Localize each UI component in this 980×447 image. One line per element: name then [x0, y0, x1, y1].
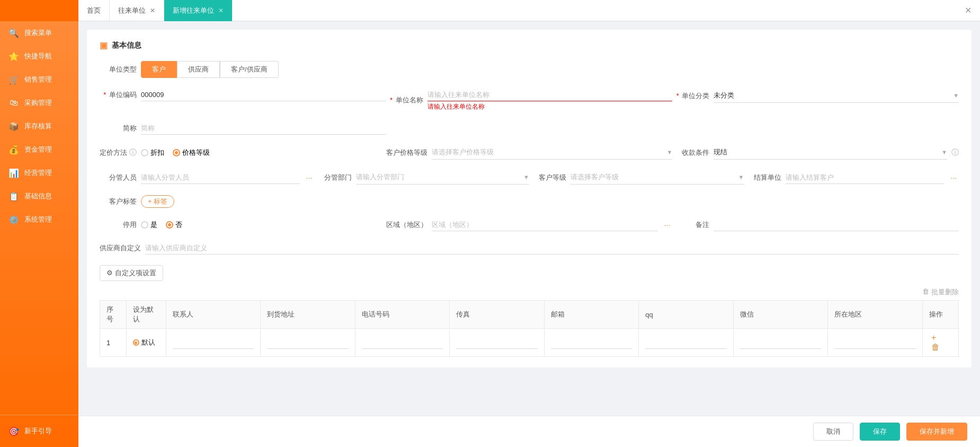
customer-tag-label: 客户标签	[100, 197, 137, 206]
email-input[interactable]	[551, 336, 632, 349]
pricing-method-label: 定价方法 ⓘ	[100, 148, 137, 157]
section-title: ▣ 基本信息	[100, 40, 959, 50]
region-input[interactable]	[432, 218, 658, 231]
cell-qq[interactable]	[639, 329, 734, 357]
tab-bar: 首页 往来单位 ✕ 新增往来单位 ✕ ✕	[78, 0, 980, 21]
unit-name-error: 请输入往来单位名称	[427, 102, 673, 111]
unit-category-select[interactable]: 未分类 ▼	[714, 89, 959, 103]
cell-contact[interactable]	[166, 329, 261, 357]
col-default: 设为默认	[126, 301, 166, 329]
col-region: 所在地区	[828, 301, 923, 329]
payment-terms-select[interactable]: 现结 ▼	[714, 145, 947, 160]
tab-new-partner[interactable]: 新增往来单位 ✕	[164, 0, 233, 21]
save-button[interactable]: 保存	[860, 423, 900, 441]
section-title-icon: ▣	[100, 40, 108, 50]
disable-no-circle	[166, 221, 173, 229]
unit-code-input[interactable]	[141, 89, 386, 101]
customer-level-label: 客户等级	[529, 173, 566, 182]
customer-price-level-select[interactable]: 请选择客户价格等级 ▼	[432, 145, 673, 160]
tab-partner-close[interactable]: ✕	[150, 7, 155, 14]
payment-help-icon[interactable]: ⓘ	[951, 148, 959, 157]
section-title-text: 基本信息	[112, 41, 141, 50]
unit-type-customer[interactable]: 客户	[141, 61, 177, 78]
cell-region[interactable]	[828, 329, 923, 357]
search-menu-icon: 🔍	[8, 28, 19, 38]
table-row: 1 默认	[100, 329, 959, 357]
qq-input[interactable]	[645, 336, 727, 349]
remark-input[interactable]	[714, 218, 959, 231]
region-more-btn[interactable]: ···	[662, 221, 673, 229]
fax-input[interactable]	[456, 336, 538, 349]
purchase-icon: 🛍	[8, 98, 19, 108]
unit-type-both[interactable]: 客户/供应商	[220, 61, 279, 78]
unit-type-supplier[interactable]: 供应商	[177, 61, 220, 78]
tab-new-partner-close[interactable]: ✕	[218, 7, 224, 14]
address-input[interactable]	[267, 336, 349, 349]
customer-price-level-field: 客户价格等级 请选择客户价格等级 ▼	[386, 145, 673, 160]
page-content: ▣ 基本信息 单位类型 客户 供应商 客户/供应商 *	[78, 21, 980, 416]
manager-input[interactable]	[141, 171, 300, 184]
manager-more-btn[interactable]: ···	[304, 173, 315, 182]
save-new-button[interactable]: 保存并新增	[906, 423, 967, 441]
settlement-unit-field: 结算单位 ···	[744, 171, 959, 184]
pricing-level[interactable]: 价格等级	[173, 148, 210, 157]
customer-price-level-label: 客户价格等级	[386, 148, 427, 157]
custom-settings-btn[interactable]: ⚙ 自定义项设置	[100, 265, 163, 281]
sidebar-item-label: 经营管理	[24, 168, 52, 178]
sidebar-item-label: 搜索菜单	[24, 28, 52, 38]
supplier-custom-input[interactable]	[145, 242, 959, 255]
sidebar-item-basic[interactable]: 📋 基础信息	[0, 185, 78, 208]
sidebar-item-inventory[interactable]: 📦 库存核算	[0, 115, 78, 138]
unit-type-group: 客户 供应商 客户/供应商	[141, 61, 279, 78]
basic-icon: 📋	[8, 191, 19, 201]
pricing-help-icon[interactable]: ⓘ	[129, 148, 137, 156]
delete-row-btn[interactable]: 🗑	[929, 343, 942, 352]
tab-bar-close-all[interactable]: ✕	[956, 5, 980, 15]
table-region-input[interactable]	[834, 336, 916, 349]
department-select[interactable]: 请输入分管部门 ▼	[356, 170, 530, 185]
cancel-button[interactable]: 取消	[813, 423, 853, 441]
cell-wechat[interactable]	[733, 329, 828, 357]
row-default-radio[interactable]	[133, 339, 139, 346]
sidebar-item-system[interactable]: ⚙️ 系统管理	[0, 208, 78, 231]
wechat-input[interactable]	[740, 336, 822, 349]
tab-home[interactable]: 首页	[78, 0, 110, 21]
add-row-btn[interactable]: +	[929, 333, 938, 342]
sidebar-item-purchase[interactable]: 🛍 采购管理	[0, 91, 78, 115]
sidebar-item-label: 库存核算	[24, 121, 52, 131]
customer-level-arrow-icon: ▼	[738, 174, 744, 180]
short-name-input[interactable]	[141, 122, 386, 135]
customer-level-select[interactable]: 请选择客户等级 ▼	[571, 170, 744, 185]
settlement-more-btn[interactable]: ···	[948, 173, 959, 182]
tab-partner[interactable]: 往来单位 ✕	[110, 0, 164, 21]
footer: 取消 保存 保存并新增	[78, 416, 980, 447]
unit-name-input[interactable]	[427, 89, 673, 101]
pricing-discount[interactable]: 折扣	[141, 148, 164, 157]
disable-yes[interactable]: 是	[141, 220, 157, 230]
unit-type-row: 单位类型 客户 供应商 客户/供应商	[100, 61, 959, 78]
sidebar-item-guide[interactable]: 🎯 新手引导	[0, 419, 78, 443]
add-tag-btn[interactable]: + 标签	[141, 195, 174, 208]
sidebar-item-label: 快捷导航	[24, 51, 52, 61]
settlement-unit-input[interactable]	[786, 171, 945, 184]
phone-input[interactable]	[362, 336, 443, 349]
cell-phone[interactable]	[355, 329, 450, 357]
sidebar-item-finance[interactable]: 💰 资金管理	[0, 138, 78, 161]
sidebar-item-quicknav[interactable]: ⭐ 快捷导航	[0, 45, 78, 68]
cell-email[interactable]	[544, 329, 639, 357]
cell-action: + 🗑	[922, 329, 958, 357]
col-phone: 电话号码	[355, 301, 450, 329]
contact-input[interactable]	[173, 336, 254, 349]
sidebar-item-operation[interactable]: 📊 经营管理	[0, 161, 78, 185]
sidebar-item-sales[interactable]: 🛒 销售管理	[0, 68, 78, 91]
cell-address[interactable]	[261, 329, 355, 357]
disable-no[interactable]: 否	[166, 220, 182, 230]
sidebar-item-search[interactable]: 🔍 搜索菜单	[0, 21, 78, 45]
pricing-discount-circle	[141, 149, 148, 156]
col-wechat: 微信	[733, 301, 828, 329]
customer-level-field: 客户等级 请选择客户等级 ▼	[529, 170, 744, 185]
cell-fax[interactable]	[450, 329, 545, 357]
unit-category-label: * 单位分类	[672, 91, 709, 101]
pricing-row: 定价方法 ⓘ 折扣 价格等级	[100, 145, 959, 160]
batch-delete-label[interactable]: 批量删除	[931, 287, 959, 297]
